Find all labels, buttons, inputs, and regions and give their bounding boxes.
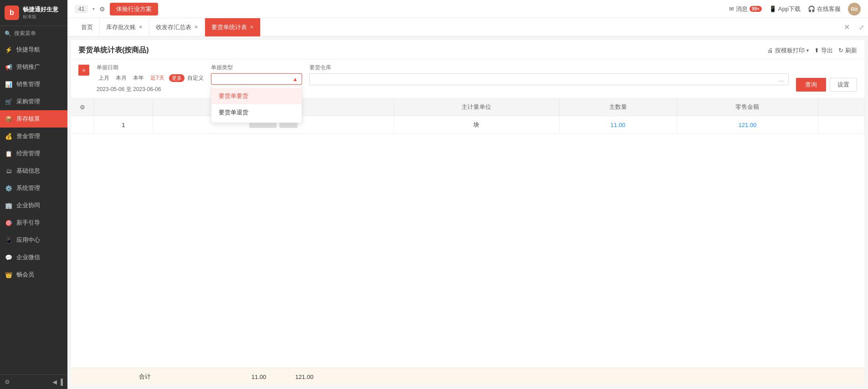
message-icon: ✉	[729, 5, 734, 12]
expand-filter-button[interactable]: »	[78, 65, 89, 76]
tabs-bar: 首页 库存批次账 ✕ 收发存汇总表 ✕ 要货单统计表 ✕ ✕ ⤢	[67, 18, 868, 36]
row-unit: 块	[394, 116, 559, 134]
refresh-icon: ↻	[838, 47, 843, 54]
appstore-icon: 📱	[5, 236, 13, 244]
app-download[interactable]: 📱 App下载	[769, 5, 801, 13]
page-title: 要货单统计表(按商品)	[78, 46, 149, 55]
table-row: 1 块 11.00	[71, 116, 864, 134]
warehouse-filter-label: 要货仓库	[309, 64, 789, 72]
page-actions: 🖨 按模板打印 ▾ ⬆ 导出 ↻ 刷新	[767, 46, 857, 55]
row-settings	[71, 116, 94, 134]
sidebar-search[interactable]: 🔍 搜索菜单	[0, 26, 67, 41]
trial-button[interactable]: 体验行业方案	[110, 3, 158, 15]
sidebar-item-marketing[interactable]: 📢 营销推广	[0, 58, 67, 76]
dropdown-item-order-return[interactable]: 要货单退货	[211, 104, 302, 121]
row-amount: 121.00	[677, 116, 818, 134]
col-index	[94, 98, 153, 116]
row-quantity: 11.00	[559, 116, 677, 134]
last-7-days-btn[interactable]: 近7天	[149, 73, 166, 83]
main-area: 41 ▾ ⚙ 体验行业方案 ✉ 消息 99+ 📱 App下载 🎧 在线客服 Ri…	[67, 0, 868, 389]
user-avatar[interactable]: Rit	[848, 3, 861, 15]
query-button[interactable]: 查询	[796, 78, 826, 92]
headset-icon: 🎧	[808, 5, 815, 12]
more-date-badge[interactable]: 更多	[169, 74, 185, 82]
type-input-field[interactable]	[215, 76, 293, 82]
member-icon: 👑	[5, 271, 13, 279]
purchase-icon: 🛒	[5, 97, 13, 106]
sidebar-logo: b 畅捷通好生意 标准版	[0, 0, 67, 26]
breadcrumb-number: 41	[75, 5, 88, 13]
this-year-btn[interactable]: 本年	[131, 73, 146, 83]
settings-bottom-icon[interactable]: ⚙	[5, 379, 10, 385]
custom-date-btn[interactable]: 自定义	[187, 74, 204, 82]
header-settings-icon[interactable]: ⚙	[99, 5, 105, 13]
sidebar-item-sales[interactable]: 📊 销售管理	[0, 76, 67, 93]
tab-close-order-stats[interactable]: ✕	[250, 24, 254, 30]
tab-home[interactable]: 首页	[75, 18, 100, 36]
base-icon: 🗂	[5, 167, 13, 175]
warehouse-more-icon[interactable]: …	[778, 76, 785, 83]
this-month-btn[interactable]: 本月	[114, 73, 128, 83]
phone-icon: 📱	[769, 5, 776, 12]
search-icon: 🔍	[5, 31, 11, 37]
type-dropdown-menu: 要货单要货 要货单退货	[211, 86, 302, 123]
close-all-tabs-button[interactable]: ✕	[838, 23, 855, 31]
refresh-button[interactable]: ↻ 刷新	[838, 46, 857, 55]
col-extra	[818, 98, 864, 116]
type-filter-group: 单据类型 ▲ 要货单要货 要货单退货	[211, 64, 302, 85]
tab-close-receive-send[interactable]: ✕	[194, 24, 198, 30]
sidebar-item-quick-nav[interactable]: ⚡ 快捷导航	[0, 41, 67, 58]
filter-actions: 查询 设置	[796, 78, 857, 93]
filter-bar: » 单据日期 上月 本月 本年 近7天 更多 自定义 2023-05-06 至 …	[71, 59, 864, 98]
warehouse-input-field[interactable]	[313, 76, 778, 83]
sidebar-item-system[interactable]: ⚙️ 系统管理	[0, 179, 67, 197]
print-dropdown-icon: ▾	[806, 48, 809, 53]
filter-settings-button[interactable]: 设置	[830, 78, 857, 92]
sidebar-item-wechat[interactable]: 💬 企业微信	[0, 249, 67, 266]
page-content: 要货单统计表(按商品) 🖨 按模板打印 ▾ ⬆ 导出 ↻ 刷新	[67, 36, 868, 389]
type-filter-label: 单据类型	[211, 64, 302, 72]
tab-close-inventory-batch[interactable]: ✕	[139, 24, 143, 30]
sidebar-item-guide[interactable]: 🎯 新手引导	[0, 214, 67, 231]
export-icon: ⬆	[814, 47, 819, 54]
marketing-icon: 📢	[5, 63, 13, 71]
footer-amount: 121.00	[282, 374, 327, 380]
header-left: 41 ▾ ⚙ 体验行业方案	[75, 3, 158, 15]
dropdown-item-order-goods[interactable]: 要货单要货	[211, 88, 302, 104]
breadcrumb-dropdown-icon[interactable]: ▾	[92, 6, 95, 11]
tab-inventory-batch[interactable]: 库存批次账 ✕	[100, 18, 149, 36]
message-notification[interactable]: ✉ 消息 99+	[729, 5, 762, 13]
maximize-button[interactable]: ⤢	[855, 24, 868, 31]
date-range-display: 2023-05-06 至 2023-06-06	[97, 86, 204, 93]
corp-icon: 🏢	[5, 201, 13, 210]
warehouse-filter-group: 要货仓库 …	[309, 64, 789, 85]
warehouse-filter-input[interactable]: …	[309, 73, 789, 85]
online-service[interactable]: 🎧 在线客服	[808, 5, 841, 13]
sidebar-item-member[interactable]: 👑 畅会员	[0, 266, 67, 283]
table-settings-icon[interactable]: ⚙	[80, 104, 85, 111]
print-icon: 🖨	[767, 47, 773, 54]
print-template-button[interactable]: 🖨 按模板打印 ▾	[767, 46, 809, 55]
sidebar-item-business[interactable]: 📋 经营管理	[0, 145, 67, 162]
sidebar-item-purchase[interactable]: 🛒 采购管理	[0, 93, 67, 110]
page-inner: 要货单统计表(按商品) 🖨 按模板打印 ▾ ⬆ 导出 ↻ 刷新	[71, 40, 864, 385]
col-settings[interactable]: ⚙	[71, 98, 94, 116]
sidebar-item-inventory[interactable]: 📦 库存核算	[0, 110, 67, 128]
sidebar-item-finance[interactable]: 💰 资金管理	[0, 128, 67, 145]
footer-quantity: 11.00	[236, 374, 282, 380]
tab-receive-send-summary[interactable]: 收发存汇总表 ✕	[149, 18, 205, 36]
inventory-icon: 📦	[5, 115, 13, 123]
type-filter-input[interactable]: ▲	[211, 73, 302, 85]
collapse-sidebar-button[interactable]: ◀ ▐	[52, 379, 63, 385]
table-header-row: ⚙ 商品 主计量单位 主数量	[71, 98, 864, 116]
sidebar-item-base[interactable]: 🗂 基础信息	[0, 162, 67, 179]
sidebar-item-corp[interactable]: 🏢 企业协同	[0, 197, 67, 214]
last-month-btn[interactable]: 上月	[97, 73, 111, 83]
col-quantity: 主数量	[559, 98, 677, 116]
type-dropdown-icon[interactable]: ▲	[293, 76, 298, 82]
tab-order-stats[interactable]: 要货单统计表 ✕	[205, 18, 261, 36]
sales-icon: 📊	[5, 80, 13, 88]
data-table: ⚙ 商品 主计量单位 主数量	[71, 98, 864, 134]
export-button[interactable]: ⬆ 导出	[814, 46, 833, 55]
sidebar-item-appstore[interactable]: 📱 应用中心	[0, 231, 67, 249]
